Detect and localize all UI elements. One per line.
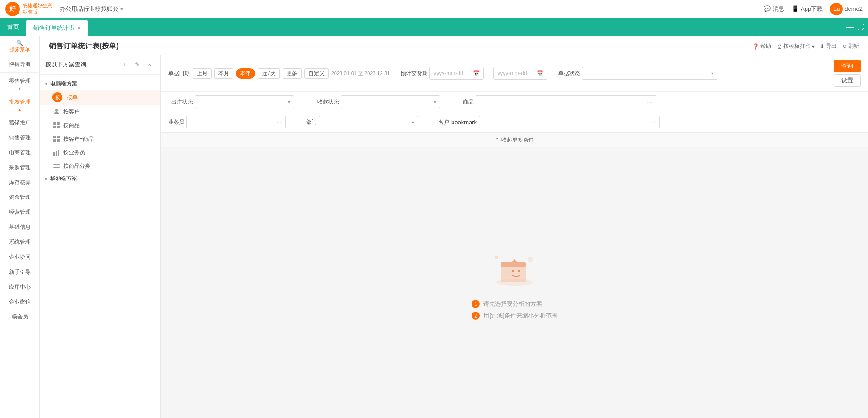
sidebar-item-wholesale[interactable]: 批发管理 ▴ <box>0 94 39 114</box>
chevron-down-icon: ▾ <box>434 100 436 104</box>
status-select[interactable]: ▾ <box>582 67 717 80</box>
main-right-panel: 单据日期 上月 本月 本年 近7天 更多 自定义 2023-01-01 至 20… <box>161 55 868 418</box>
export-icon: ⬇ <box>820 43 825 50</box>
tab-home[interactable]: 首页 <box>0 18 26 36</box>
delivery-date-end-input[interactable]: yyyy-mm-dd 📅 <box>493 67 547 80</box>
page-header-actions: ❓ 帮助 🖨 按模板打印 ▾ ⬇ 导出 ↻ 刷新 <box>752 43 859 50</box>
sidebar-item-inventory[interactable]: 库存核算 <box>0 174 39 189</box>
sidebar-item-finance[interactable]: 资金管理 <box>0 189 39 204</box>
sidebar-item-ecommerce[interactable]: 电商管理 <box>0 144 39 159</box>
sidebar-item-operations[interactable]: 经营管理 <box>0 204 39 219</box>
svg-rect-3 <box>53 126 56 128</box>
collapse-button[interactable]: ⌃ 收起更多条件 <box>495 136 534 144</box>
app-download-button[interactable]: 📱 App下载 <box>792 5 823 13</box>
filter-section: 单据日期 上月 本月 本年 近7天 更多 自定义 2023-01-01 至 20… <box>161 55 868 147</box>
top-bar-right: 💬 消息 📱 App下载 Ea demo2 <box>764 3 863 15</box>
page-header: 销售订单统计表(按单) ❓ 帮助 🖨 按模板打印 ▾ ⬇ 导出 ↻ 刷新 <box>40 36 868 55</box>
svg-point-0 <box>55 109 58 112</box>
help-button[interactable]: ❓ 帮助 <box>752 43 771 50</box>
template-print-button[interactable]: 🖨 按模板打印 ▾ <box>777 43 815 50</box>
date-btn-last-month[interactable]: 上月 <box>193 68 212 79</box>
sidebar-item-app-center[interactable]: 应用中心 <box>0 279 39 294</box>
delivery-date-start-input[interactable]: yyyy-mm-dd 📅 <box>429 67 484 80</box>
scheme-item-by-customer-goods[interactable]: 按客户+商品 <box>40 132 160 146</box>
sidebar-search[interactable]: 🔍 搜索菜单 <box>0 36 39 57</box>
window-minimize-button[interactable]: — <box>846 23 854 31</box>
svg-rect-1 <box>53 122 56 125</box>
tab-bar-right: — ⛶ <box>846 23 868 31</box>
tab-sales-order-stats[interactable]: 销售订单统计表 × <box>26 20 88 36</box>
empty-state: 1 请先选择要分析的方案 2 用[过滤]条件来缩小分析范围 <box>161 147 868 418</box>
search-icon: 🔍 <box>16 40 23 46</box>
export-button[interactable]: ⬇ 导出 <box>820 43 837 50</box>
content-area: 销售订单统计表(按单) ❓ 帮助 🖨 按模板打印 ▾ ⬇ 导出 ↻ 刷新 <box>40 36 868 418</box>
refresh-button[interactable]: ↻ 刷新 <box>842 43 859 50</box>
collapse-bar[interactable]: ⌃ 收起更多条件 <box>161 132 868 147</box>
calendar-icon2: 📅 <box>537 70 543 76</box>
payment-status-label: 收款状态 <box>314 98 339 106</box>
date-separator: — <box>486 70 491 77</box>
grid2-icon <box>52 135 61 143</box>
app-title[interactable]: 办公用品行业模拟账套 ▾ <box>60 5 756 13</box>
scheme-item-by-category[interactable]: 按商品分类 <box>40 159 160 173</box>
salesman-input[interactable]: ··· <box>186 116 286 128</box>
delivery-status-select[interactable]: ▾ <box>195 95 294 108</box>
sidebar-item-retail[interactable]: 零售管理 ▾ <box>0 73 39 94</box>
payment-status-select[interactable]: ▾ <box>341 95 440 108</box>
active-scheme-icon: 按 <box>52 92 62 102</box>
date-btn-this-month[interactable]: 本月 <box>214 68 233 79</box>
svg-rect-5 <box>53 136 56 138</box>
sidebar-item-marketing[interactable]: 营销推广 <box>0 114 39 129</box>
scheme-item-by-goods[interactable]: 按商品 <box>40 119 160 132</box>
collapse-panel-button[interactable]: « <box>145 60 155 70</box>
goods-input[interactable]: ··· <box>476 95 656 108</box>
empty-tip-2: 2 用[过滤]条件来缩小分析范围 <box>472 312 557 320</box>
sidebar-item-member[interactable]: 畅会员 <box>0 309 39 323</box>
department-select[interactable]: ▾ <box>319 116 418 128</box>
svg-rect-9 <box>53 152 55 156</box>
window-maximize-button[interactable]: ⛶ <box>857 23 864 31</box>
page-title: 销售订单统计表(按单) <box>49 42 119 51</box>
scheme-item-by-salesman[interactable]: 按业务员 <box>40 146 160 159</box>
sidebar-item-guide[interactable]: 新手引导 <box>0 264 39 279</box>
date-btn-more[interactable]: 更多 <box>283 68 302 79</box>
scheme-group-mobile[interactable]: ▸ 移动端方案 <box>40 173 160 184</box>
chevron-down-icon: ▾ <box>412 120 414 125</box>
tip-num-2: 2 <box>472 312 480 320</box>
chevron-down-icon: ▾ <box>711 71 713 76</box>
edit-scheme-button[interactable]: ✎ <box>132 60 142 70</box>
sidebar-item-sales[interactable]: 销售管理 <box>0 129 39 144</box>
salesman-label: 业务员 <box>168 119 184 126</box>
scheme-item-by-order[interactable]: 按 按单 <box>40 90 160 105</box>
more-icon: ··· <box>647 98 652 105</box>
svg-point-18 <box>512 270 514 272</box>
date-btn-this-year[interactable]: 本年 <box>236 68 255 79</box>
date-btn-last7[interactable]: 近7天 <box>258 68 280 79</box>
chevron-up-icon: ⌃ <box>495 137 500 143</box>
message-button[interactable]: 💬 消息 <box>764 5 784 13</box>
sidebar-quick-nav[interactable]: 快捷导航 <box>0 57 39 72</box>
chevron-down-icon: ▾ <box>812 43 815 50</box>
chevron-right-icon: ▸ <box>45 176 47 181</box>
sidebar-item-basic-info[interactable]: 基础信息 <box>0 219 39 234</box>
sidebar-item-purchase[interactable]: 采购管理 <box>0 159 39 174</box>
svg-rect-13 <box>53 166 60 166</box>
scheme-item-by-customer[interactable]: 按客户 <box>40 105 160 119</box>
svg-rect-8 <box>57 139 60 142</box>
settings-button[interactable]: 设置 <box>834 74 861 87</box>
sidebar-item-wechat[interactable]: 企业微信 <box>0 294 39 309</box>
query-button[interactable]: 查询 <box>834 60 861 72</box>
date-btn-custom[interactable]: 自定义 <box>304 68 329 79</box>
customer-input[interactable]: ··· <box>479 116 660 128</box>
user-avatar-area[interactable]: Ea demo2 <box>830 3 863 15</box>
tab-close-button[interactable]: × <box>77 25 80 31</box>
sidebar-item-system[interactable]: 系统管理 <box>0 234 39 249</box>
logo-icon: 好 <box>5 2 20 16</box>
scheme-group-pc[interactable]: ▾ 电脑端方案 <box>40 78 160 90</box>
add-scheme-button[interactable]: + <box>120 60 130 70</box>
inner-layout: 按以下方案查询 + ✎ « ▾ 电脑端方案 按 <box>40 55 868 418</box>
goods-label: 商品 <box>460 98 474 106</box>
person-icon <box>52 108 61 116</box>
message-icon: 💬 <box>764 5 771 12</box>
sidebar-item-enterprise[interactable]: 企业协同 <box>0 249 39 264</box>
